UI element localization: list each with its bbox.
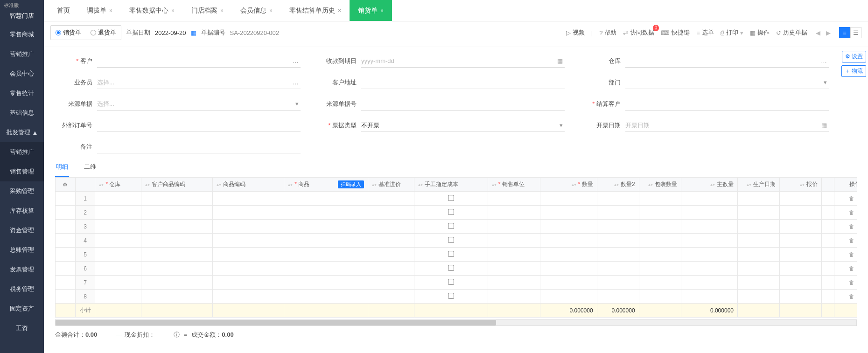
cell-base-price[interactable] — [368, 248, 414, 262]
cell-main-qty[interactable] — [681, 192, 737, 206]
cell-product[interactable] — [284, 234, 368, 248]
calendar-icon[interactable]: ▦ — [819, 122, 829, 129]
cell-main-qty[interactable] — [681, 220, 737, 234]
delete-row-icon[interactable]: 🗑 — [849, 279, 854, 286]
cell-warehouse[interactable] — [95, 192, 141, 206]
cell-prod-date[interactable] — [738, 220, 780, 234]
table-row[interactable]: 3🗑⧉ — [56, 220, 857, 234]
cell-pkg-qty[interactable] — [639, 220, 681, 234]
cell-unit[interactable] — [488, 262, 540, 276]
cell-qty[interactable] — [540, 262, 597, 276]
sidebar-item-ledger[interactable]: 总账管理 — [0, 240, 44, 260]
cell-main-qty[interactable] — [681, 262, 737, 276]
input-src-doc[interactable]: 选择...▾ — [97, 97, 301, 111]
delete-row-icon[interactable]: 🗑 — [849, 195, 854, 202]
cell-prod-date[interactable] — [738, 262, 780, 276]
input-dept[interactable]: ▾ — [625, 76, 829, 89]
scrollbar-thumb[interactable] — [56, 320, 496, 325]
cell-pkg-qty[interactable] — [639, 248, 681, 262]
cell-quote[interactable] — [779, 206, 821, 220]
table-row[interactable]: 5🗑⧉ — [56, 248, 857, 262]
ellipsis-icon[interactable]: … — [291, 79, 301, 86]
next-doc-icon[interactable]: ▶ — [824, 29, 833, 36]
cell-quote[interactable] — [779, 220, 821, 234]
delete-row-icon[interactable]: 🗑 — [849, 209, 854, 216]
toolbar-history[interactable]: ↺历史单据 — [776, 28, 807, 37]
cell-product[interactable] — [284, 220, 368, 234]
cell-manual-cost[interactable] — [414, 192, 488, 206]
input-settle-cust[interactable] — [625, 97, 829, 111]
sidebar-item-marketing[interactable]: 营销推广 — [0, 44, 44, 64]
cell-cust-code[interactable] — [141, 220, 213, 234]
cell-warehouse[interactable] — [95, 276, 141, 290]
close-icon[interactable]: × — [171, 7, 175, 14]
input-src-doc-no[interactable] — [361, 97, 565, 111]
delete-row-icon[interactable]: 🗑 — [849, 265, 854, 272]
sort-icon[interactable]: ▴▾ — [648, 183, 653, 186]
sidebar-item-salary[interactable]: 工资 — [0, 318, 44, 338]
cell-cust-code[interactable] — [141, 234, 213, 248]
cell-quote[interactable] — [779, 262, 821, 276]
settings-button[interactable]: ⚙ 设置 — [842, 51, 866, 62]
cell-qty2[interactable] — [597, 206, 639, 220]
sort-icon[interactable]: ▴▾ — [288, 183, 293, 186]
tab-store-archive[interactable]: 门店档案× — [183, 0, 232, 21]
sidebar-sub-sales[interactable]: 销售管理 — [0, 162, 44, 181]
sort-icon[interactable]: ▴▾ — [492, 183, 497, 186]
cell-qty2[interactable] — [597, 290, 639, 304]
sort-icon[interactable]: ▴▾ — [418, 183, 423, 186]
input-ext-order[interactable] — [97, 119, 301, 132]
table-row[interactable]: 1🗑⧉ — [56, 192, 857, 206]
cell-warehouse[interactable] — [95, 248, 141, 262]
close-icon[interactable]: × — [338, 7, 341, 14]
th-cust-code[interactable]: ▴▾客户商品编码 — [141, 178, 213, 192]
sort-icon[interactable]: ▴▾ — [372, 183, 377, 186]
cell-quote[interactable] — [779, 276, 821, 290]
cell-pkg-qty[interactable] — [639, 276, 681, 290]
cell-warehouse[interactable] — [95, 234, 141, 248]
cell-main-qty[interactable] — [681, 290, 737, 304]
cell-qty[interactable] — [540, 276, 597, 290]
cell-pkg-qty[interactable] — [639, 206, 681, 220]
cell-quote[interactable] — [779, 290, 821, 304]
cell-pkg-qty[interactable] — [639, 192, 681, 206]
manual-cost-checkbox[interactable] — [448, 265, 454, 271]
input-cust-addr[interactable] — [361, 76, 565, 89]
cell-prod-code[interactable] — [213, 276, 284, 290]
cell-cust-code[interactable] — [141, 276, 213, 290]
cell-cust-code[interactable] — [141, 262, 213, 276]
toolbar-select[interactable]: ≡选单 — [696, 28, 714, 37]
cell-prod-date[interactable] — [738, 276, 780, 290]
cell-manual-cost[interactable] — [414, 262, 488, 276]
info-icon[interactable]: ⓘ — [174, 331, 180, 338]
sort-icon[interactable]: ▴▾ — [99, 183, 104, 186]
sidebar-item-invoice[interactable]: 发票管理 — [0, 260, 44, 279]
sort-icon[interactable]: ▴▾ — [800, 183, 805, 186]
table-row[interactable]: 8🗑⧉ — [56, 290, 857, 304]
cell-unit[interactable] — [488, 220, 540, 234]
delete-row-icon[interactable]: 🗑 — [849, 251, 854, 258]
sidebar-item-funds[interactable]: 资金管理 — [0, 221, 44, 240]
close-icon[interactable]: × — [269, 7, 273, 14]
cell-prod-date[interactable] — [738, 248, 780, 262]
sidebar-item-fixed-assets[interactable]: 固定资产 — [0, 299, 44, 318]
cell-cust-code[interactable] — [141, 192, 213, 206]
sidebar-item-retail-stats[interactable]: 零售统计 — [0, 83, 44, 103]
cell-main-qty[interactable] — [681, 206, 737, 220]
table-gear-icon[interactable]: ⚙ — [56, 178, 76, 192]
scan-entry-button[interactable]: 扫码录入 — [338, 180, 364, 188]
cell-qty[interactable] — [540, 248, 597, 262]
doc-date-value[interactable]: 2022-09-20 — [155, 29, 186, 36]
cell-quote[interactable] — [779, 234, 821, 248]
logistics-button[interactable]: ＋ 物流 — [841, 65, 866, 77]
delete-row-icon[interactable]: 🗑 — [849, 293, 854, 300]
cell-main-qty[interactable] — [681, 248, 737, 262]
cell-qty[interactable] — [540, 234, 597, 248]
tab-settle-history[interactable]: 零售结算单历史× — [281, 0, 350, 21]
manual-cost-checkbox[interactable] — [448, 223, 454, 229]
delete-row-icon[interactable]: 🗑 — [849, 223, 854, 230]
close-icon[interactable]: × — [109, 7, 112, 14]
horizontal-scrollbar[interactable] — [55, 319, 857, 326]
cell-prod-code[interactable] — [213, 220, 284, 234]
cell-warehouse[interactable] — [95, 206, 141, 220]
